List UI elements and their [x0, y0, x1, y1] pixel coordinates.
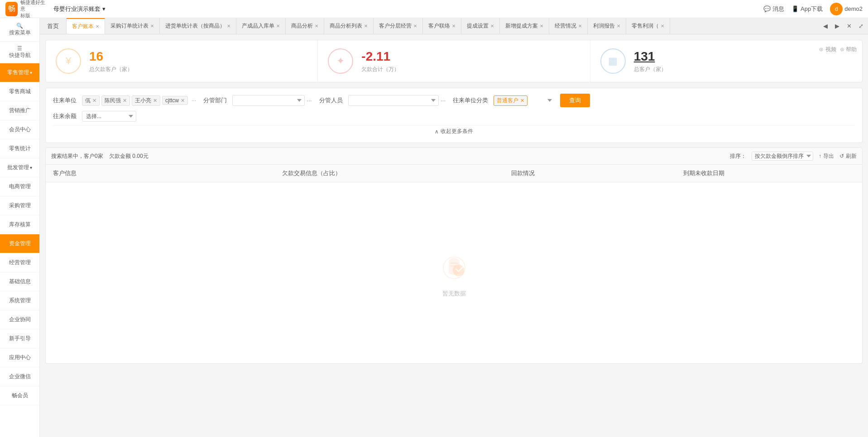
- org-selector[interactable]: 母婴行业演示账套 ▾: [50, 3, 109, 15]
- sidebar-item-basic-info[interactable]: 基础信息: [0, 272, 39, 291]
- message-btn[interactable]: 💬 消息: [763, 5, 784, 13]
- tab-close-icon[interactable]: ✕: [490, 24, 494, 28]
- tab-close-icon[interactable]: ✕: [578, 24, 582, 28]
- table-header-due-date: 到期未收款日期: [683, 169, 855, 177]
- sidebar-item-label: 应用中心: [9, 354, 31, 361]
- remove-tag-2[interactable]: ✕: [153, 98, 157, 104]
- tab-close-icon[interactable]: ✕: [96, 24, 99, 29]
- tab-product-analysis[interactable]: 商品分析 ✕: [286, 18, 324, 34]
- tab-close-icon[interactable]: ✕: [413, 24, 417, 28]
- stat-card-total-customers: ⊙ 视频 ⊙ 帮助 ▦ 131 总客户（家）: [590, 40, 862, 82]
- tab-prev-btn[interactable]: ◀: [820, 21, 831, 32]
- filter-unit-type-select[interactable]: [528, 95, 555, 105]
- topbar-right: 💬 消息 📱 App下载 d demo2: [763, 3, 863, 15]
- sidebar-item-inventory[interactable]: 库存核算: [0, 215, 39, 234]
- tab-close-icon[interactable]: ✕: [540, 24, 543, 28]
- sidebar-item-wholesale-mgmt[interactable]: 批发管理 ▾: [0, 158, 39, 177]
- sidebar-item-finance-mgmt[interactable]: 资金管理: [0, 234, 39, 253]
- tab-close-icon[interactable]: ✕: [364, 24, 368, 28]
- sidebar-item-corp-wechat[interactable]: 企业微信: [0, 367, 39, 386]
- filter-collapse-btn[interactable]: ∧ 收起更多条件: [53, 125, 855, 137]
- tabbar: 首页 客户账本 ✕ 采购订单统计表 ✕ 进货单统计表（按商品） ✕ 产成品入库单…: [40, 18, 868, 34]
- tab-customer-contact[interactable]: 客户联络 ✕: [423, 18, 461, 34]
- tab-close-icon[interactable]: ✕: [227, 24, 230, 28]
- tab-purchase-order-stats[interactable]: 采购订单统计表 ✕: [105, 18, 160, 34]
- sidebar-item-member-center[interactable]: 会员中心: [0, 120, 39, 139]
- tab-next-btn[interactable]: ▶: [832, 21, 843, 32]
- result-bar: 搜索结果中，客户0家 欠款金额 0.00元 排序： 按欠款金额倒序排序 ↑ 导出…: [45, 147, 863, 165]
- table-header: 客户信息 欠款交易信息（占比） 回款情况 到期未收款日期: [46, 165, 862, 182]
- sidebar-item-new-guide[interactable]: 新手引导: [0, 329, 39, 348]
- tab-close-all-btn[interactable]: ✕: [844, 21, 854, 32]
- app-download-btn[interactable]: 📱 App下载: [791, 5, 823, 13]
- tab-close-icon[interactable]: ✕: [276, 24, 280, 28]
- stat-label-debt: 欠款合计（万）: [361, 66, 580, 73]
- tab-close-icon[interactable]: ✕: [452, 24, 456, 28]
- sidebar-item-retail-mall[interactable]: 零售商城: [0, 82, 39, 101]
- sort-select[interactable]: 按欠款金额倒序排序: [752, 152, 813, 161]
- tab-close-icon[interactable]: ✕: [661, 24, 664, 28]
- tabbar-controls: ◀ ▶ ✕ ⤢: [818, 21, 868, 32]
- sidebar-item-ops-mgmt[interactable]: 经营管理: [0, 253, 39, 272]
- tab-close-icon[interactable]: ✕: [315, 24, 318, 28]
- tab-customer-seg[interactable]: 客户分层经营 ✕: [374, 18, 423, 34]
- sidebar-item-label: 企业微信: [9, 373, 31, 380]
- empty-icon: [436, 248, 472, 284]
- tab-retail-profit[interactable]: 零售利润（ ✕: [626, 18, 670, 34]
- quick-nav-btn[interactable]: ☰ 快捷导航: [0, 42, 39, 63]
- sidebar-item-purchase-mgmt[interactable]: 采购管理: [0, 196, 39, 215]
- filter-balance-select[interactable]: 选择...: [82, 111, 136, 122]
- tab-close-icon[interactable]: ✕: [150, 24, 154, 28]
- tab-ops-status[interactable]: 经营情况 ✕: [549, 18, 588, 34]
- tab-tips-settings[interactable]: 提成设置 ✕: [461, 18, 500, 34]
- query-button[interactable]: 查询: [560, 94, 590, 107]
- sidebar-item-app-center[interactable]: 应用中心: [0, 348, 39, 367]
- remove-tag-3[interactable]: ✕: [181, 98, 185, 104]
- tab-cost-in-single[interactable]: 产成品入库单 ✕: [236, 18, 286, 34]
- person-more-icon[interactable]: ···: [439, 96, 448, 105]
- filter-dept-select[interactable]: [232, 95, 305, 106]
- sidebar-item-label: 库存核算: [9, 221, 31, 228]
- video-link[interactable]: ⊙ 视频: [819, 46, 836, 53]
- tab-new-tips-plan[interactable]: 新增提成方案 ✕: [500, 18, 549, 34]
- export-action[interactable]: ↑ 导出: [819, 152, 834, 160]
- sidebar-item-vip-member[interactable]: 畅会员: [0, 386, 39, 405]
- filter-more-tags[interactable]: ···: [190, 96, 198, 104]
- export-icon: ↑: [819, 153, 821, 159]
- tab-close-icon[interactable]: ✕: [617, 24, 620, 28]
- org-name: 母婴行业演示账套: [53, 5, 101, 13]
- remove-tag-1[interactable]: ✕: [123, 98, 127, 104]
- sidebar-item-label: 基础信息: [9, 278, 31, 285]
- sidebar-item-retail-mgmt[interactable]: 零售管理 ▾: [0, 63, 39, 82]
- sidebar-item-label: 企业协同: [9, 316, 31, 323]
- remove-tag-0[interactable]: ✕: [92, 98, 96, 104]
- stat-info-1: 16 总欠款客户（家）: [89, 49, 308, 74]
- sidebar-search[interactable]: 🔍 搜索菜单: [0, 18, 39, 42]
- app-icon: 📱: [791, 5, 799, 12]
- tab-home[interactable]: 首页: [40, 18, 67, 34]
- sidebar-item-marketing[interactable]: 营销推广: [0, 101, 39, 120]
- sidebar-item-label: 营销推广: [9, 107, 31, 114]
- sidebar-item-ecom-mgmt[interactable]: 电商管理: [0, 177, 39, 196]
- dept-more-icon[interactable]: ···: [305, 96, 314, 105]
- stats-row: ¥ 16 总欠款客户（家） ✦ -2.11: [45, 40, 863, 82]
- sort-label: 排序：: [730, 152, 746, 160]
- svg-point-1: [452, 265, 464, 276]
- tab-profit-report[interactable]: 利润报告 ✕: [588, 18, 626, 34]
- filter-tag-2: 王小亮 ✕: [132, 95, 160, 106]
- tab-product-analysis-list[interactable]: 商品分析列表 ✕: [324, 18, 374, 34]
- topbar: 畅 畅捷通好生意 标版 母婴行业演示账套 ▾ 💬 消息 📱 App下载 d de…: [0, 0, 868, 18]
- tab-customer-book[interactable]: 客户账本 ✕: [67, 18, 105, 34]
- remove-unit-type[interactable]: ✕: [520, 98, 524, 104]
- sidebar-item-retail-stats[interactable]: 零售统计: [0, 139, 39, 158]
- filter-person-select[interactable]: [348, 95, 439, 106]
- tab-expand-btn[interactable]: ⤢: [855, 21, 866, 32]
- sidebar-expand-icon: ▾: [30, 165, 32, 170]
- sidebar-item-label: 资金管理: [9, 240, 31, 247]
- user-avatar-btn[interactable]: d demo2: [830, 3, 863, 15]
- refresh-action[interactable]: ↺ 刷新: [839, 152, 857, 160]
- sidebar-item-corp-coop[interactable]: 企业协同: [0, 310, 39, 329]
- tab-purchase-stats-by-product[interactable]: 进货单统计表（按商品） ✕: [160, 18, 236, 34]
- sidebar-item-sys-mgmt[interactable]: 系统管理: [0, 291, 39, 310]
- help-link[interactable]: ⊙ 帮助: [840, 46, 857, 53]
